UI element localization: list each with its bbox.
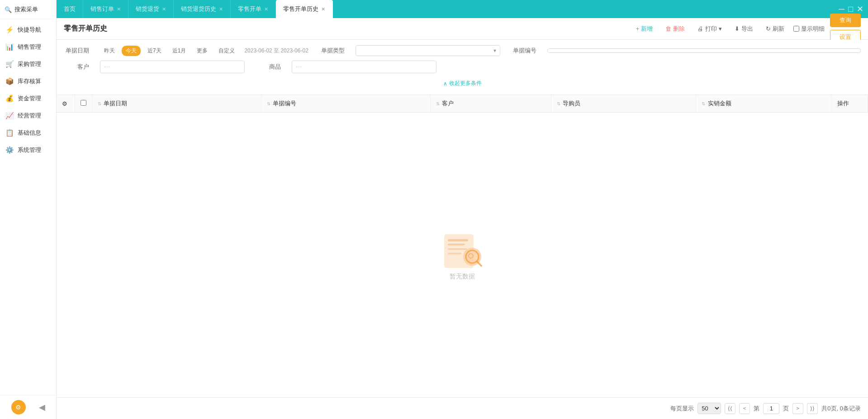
print-chevron-icon: ▾	[719, 25, 722, 32]
print-button-label: 打印	[705, 25, 717, 33]
empty-text: 暂无数据	[450, 273, 475, 281]
prev-page-button[interactable]: ＜	[739, 403, 750, 414]
delete-icon: 🗑	[665, 25, 671, 32]
tab-sales-order-close[interactable]: ✕	[117, 6, 121, 12]
date-btn-7days[interactable]: 近7天	[143, 46, 166, 56]
tab-retail-open-history-close[interactable]: ✕	[321, 6, 325, 12]
per-page-select[interactable]: 50 100 200	[697, 403, 721, 414]
date-btn-1month[interactable]: 近1月	[168, 46, 190, 56]
query-button[interactable]: 查询	[830, 14, 861, 27]
th-amount[interactable]: ⇅ 实销金额	[696, 95, 832, 113]
main-content: 首页 销售订单 ✕ 销货退货 ✕ 销货退货历史 ✕ 零售开单 ✕ 零售开单历史 …	[57, 0, 868, 419]
th-check[interactable]	[75, 95, 92, 113]
sales-icon: 📊	[5, 43, 14, 51]
tab-sales-return-close[interactable]: ✕	[162, 6, 166, 12]
doc-no-input[interactable]	[547, 48, 861, 53]
sidebar: 🔍 搜索采单 ⚡ 快捷导航 📊 销售管理 🛒 采购管理 📦 库存核算 💰 资金管…	[0, 0, 57, 419]
tabbar-window-controls: ─ □ ✕	[839, 4, 868, 14]
tab-retail-open-close[interactable]: ✕	[264, 6, 268, 12]
date-btn-more[interactable]: 更多	[193, 46, 212, 56]
system-icon: ⚙️	[5, 146, 14, 154]
tab-sales-return-history[interactable]: 销货退货历史 ✕	[174, 0, 231, 18]
delete-button[interactable]: 🗑 删除	[662, 23, 688, 35]
tab-sales-return-label: 销货退货	[136, 5, 159, 13]
empty-illustration	[435, 227, 489, 273]
doc-no-label: 单据编号	[511, 47, 536, 55]
sidebar-item-label: 基础信息	[18, 129, 41, 137]
th-amount-label: 实销金额	[708, 100, 731, 107]
sort-amount-icon: ⇅	[702, 101, 705, 106]
sidebar-item-label: 采购管理	[18, 60, 41, 68]
tab-retail-open-history[interactable]: 零售开单历史 ✕	[276, 0, 333, 18]
th-config[interactable]: ⚙	[57, 95, 75, 113]
sidebar-item-purchase-mgmt[interactable]: 🛒 采购管理	[0, 56, 56, 73]
select-all-checkbox[interactable]	[81, 100, 86, 106]
date-btn-custom[interactable]: 自定义	[214, 46, 239, 56]
sidebar-item-sales-mgmt[interactable]: 📊 销售管理	[0, 38, 56, 56]
goods-input[interactable]: ···	[292, 61, 436, 73]
per-page-label: 每页显示	[670, 405, 694, 413]
add-button[interactable]: + 新增	[632, 23, 656, 35]
quick-nav-icon: ⚡	[5, 26, 14, 34]
th-no[interactable]: ⇅ 单据编号	[261, 95, 430, 113]
tab-sales-return[interactable]: 销货退货 ✕	[128, 0, 174, 18]
page-number-input[interactable]: 1	[763, 403, 779, 414]
sidebar-item-inventory[interactable]: 📦 库存核算	[0, 73, 56, 90]
th-date[interactable]: ⇅ 单据日期	[92, 95, 261, 113]
th-guide-label: 导购员	[563, 100, 580, 107]
sidebar-item-finance[interactable]: 💰 资金管理	[0, 90, 56, 107]
th-customer-label: 客户	[442, 100, 454, 107]
tab-sales-return-history-close[interactable]: ✕	[219, 6, 223, 12]
date-btn-yesterday[interactable]: 昨天	[100, 46, 119, 56]
svg-rect-2	[448, 244, 465, 245]
chevron-up-icon: ∧	[443, 80, 447, 87]
filter-row-1: 单据日期 昨天 今天 近7天 近1月 更多 自定义 2023-06-02 至 2…	[64, 45, 861, 56]
date-btn-today[interactable]: 今天	[122, 46, 141, 56]
display-detail-toggle[interactable]: 显示明细	[793, 25, 825, 33]
page-suffix: 页	[783, 405, 789, 413]
tab-home[interactable]: 首页	[57, 0, 83, 18]
customer-dots: ···	[104, 63, 110, 71]
settings-button[interactable]: ⚙	[11, 400, 26, 414]
sidebar-item-label: 库存核算	[18, 77, 41, 85]
svg-rect-1	[448, 239, 468, 241]
refresh-button[interactable]: ↻ 刷新	[762, 23, 788, 35]
next-page-button[interactable]: ＞	[792, 403, 803, 414]
maximize-button[interactable]: □	[848, 5, 853, 14]
display-detail-checkbox[interactable]	[793, 26, 799, 32]
sort-guide-icon: ⇅	[557, 101, 560, 106]
sidebar-item-quick-nav[interactable]: ⚡ 快捷导航	[0, 21, 56, 38]
config-icon[interactable]: ⚙	[62, 100, 67, 107]
date-range-display: 2023-06-02 至 2023-06-02	[244, 47, 308, 55]
doc-type-select[interactable]: ▾	[356, 45, 500, 56]
collapse-more-button[interactable]: ∧ 收起更多条件	[64, 78, 861, 89]
goods-dots: ···	[296, 63, 302, 71]
sidebar-search-label: 搜索采单	[14, 5, 38, 14]
sidebar-search[interactable]: 🔍 搜索采单	[0, 0, 56, 19]
search-icon: 🔍	[5, 6, 12, 13]
tab-sales-order-label: 销售订单	[90, 5, 114, 13]
page-label: 第	[754, 405, 759, 413]
sort-date-icon: ⇅	[98, 101, 101, 106]
minimize-button[interactable]: ─	[839, 5, 844, 14]
sidebar-item-basic-info[interactable]: 📋 基础信息	[0, 124, 56, 141]
customer-input[interactable]: ···	[100, 61, 245, 73]
inventory-icon: 📦	[5, 77, 14, 85]
first-page-button[interactable]: ⟨⟨	[725, 403, 735, 414]
operations-icon: 📈	[5, 112, 14, 120]
th-guide[interactable]: ⇅ 导购员	[551, 95, 696, 113]
collapse-sidebar-button[interactable]: ◀	[39, 402, 45, 412]
purchase-icon: 🛒	[5, 60, 14, 68]
export-button-label: 导出	[741, 25, 753, 33]
th-no-label: 单据编号	[273, 100, 296, 107]
last-page-button[interactable]: ⟩⟩	[807, 403, 818, 414]
close-window-button[interactable]: ✕	[857, 4, 863, 14]
finance-icon: 💰	[5, 94, 14, 103]
export-button[interactable]: ⬇ 导出	[731, 23, 757, 35]
print-button[interactable]: 🖨 打印 ▾	[694, 23, 726, 35]
tab-retail-open[interactable]: 零售开单 ✕	[231, 0, 276, 18]
sidebar-item-system[interactable]: ⚙️ 系统管理	[0, 141, 56, 159]
tab-sales-order[interactable]: 销售订单 ✕	[83, 0, 128, 18]
sidebar-item-operations[interactable]: 📈 经营管理	[0, 107, 56, 124]
th-customer[interactable]: ⇅ 客户	[430, 95, 551, 113]
